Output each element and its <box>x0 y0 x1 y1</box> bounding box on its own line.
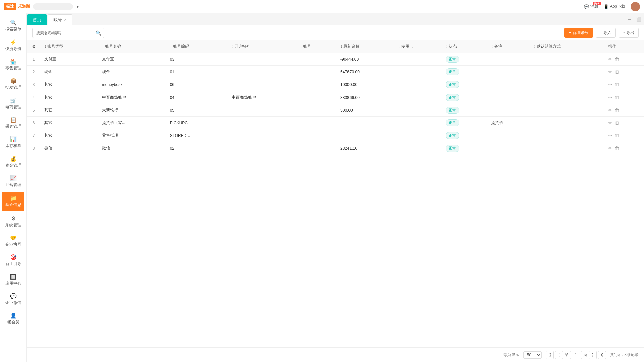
edit-icon[interactable]: ✏ <box>608 57 612 62</box>
delete-icon[interactable]: 🗑 <box>615 95 619 100</box>
search-button[interactable]: 🔍 <box>93 28 104 38</box>
row-actions: ✏ 🗑 <box>604 66 644 78</box>
edit-icon[interactable]: ✏ <box>608 120 612 125</box>
tab-close-icon[interactable]: ✕ <box>64 18 67 22</box>
app-center-icon: 🔲 <box>10 274 17 280</box>
top-bar-right: 💬 消息 99+ 📱 App下载 <box>584 2 640 11</box>
col-notes[interactable]: ↕ 备注 <box>487 40 530 53</box>
sidebar-item-new-guide[interactable]: 🎯 新手引导 <box>0 251 26 270</box>
sidebar-item-quick-nav[interactable]: ⚡ 快捷导航 <box>0 36 26 55</box>
row-account <box>296 91 336 104</box>
user-avatar[interactable] <box>631 2 640 11</box>
edit-icon[interactable]: ✏ <box>608 133 612 138</box>
sidebar-item-operations[interactable]: 📈 经营管理 <box>0 172 26 191</box>
row-bank <box>228 53 296 66</box>
col-settings[interactable]: ⚙ <box>27 40 40 53</box>
delete-icon[interactable]: 🗑 <box>615 69 619 74</box>
import-icon: ↓ <box>600 31 602 35</box>
sidebar-item-app-center[interactable]: 🔲 应用中心 <box>0 270 26 290</box>
sidebar-item-search[interactable]: 🔍 搜索菜单 <box>0 16 26 36</box>
tab-home[interactable]: 首页 <box>27 14 47 25</box>
app-download-button[interactable]: 📱 App下载 <box>604 4 625 9</box>
sidebar-item-label: 快捷导航 <box>5 46 21 52</box>
import-button[interactable]: ↓ 导入 <box>596 28 616 38</box>
sidebar-item-system[interactable]: ⚙ 系统管理 <box>0 212 26 231</box>
delete-icon[interactable]: 🗑 <box>615 108 619 113</box>
add-account-button[interactable]: + 新增账号 <box>564 28 593 38</box>
sidebar-item-enterprise-wechat[interactable]: 💬 企业微信 <box>0 290 26 309</box>
account-table: ⚙ ↕ 账号类型 ↕ 账号名称 ↕ 账号编码 ↕ 开户银行 <box>27 40 644 155</box>
row-bank <box>228 78 296 91</box>
edit-icon[interactable]: ✏ <box>608 82 612 87</box>
edit-icon[interactable]: ✏ <box>608 95 612 100</box>
row-account <box>296 104 336 117</box>
row-notes <box>487 78 530 91</box>
col-usage[interactable]: ↕ 使用... <box>394 40 442 53</box>
status-badge: 正常 <box>446 94 459 101</box>
top-search-input[interactable] <box>33 3 73 10</box>
sidebar-item-enterprise-agreement[interactable]: 🤝 企业协同 <box>0 231 26 251</box>
last-page-button[interactable]: ⟩⟩ <box>598 351 606 359</box>
row-code: 01 <box>166 66 228 78</box>
per-page-select[interactable]: 50 100 200 <box>523 351 542 359</box>
minimize-button[interactable]: ─ <box>625 16 633 23</box>
row-default-payment <box>530 78 604 91</box>
col-name[interactable]: ↕ 账号名称 <box>98 40 166 53</box>
settings-icon[interactable]: ⚙ <box>32 44 36 49</box>
row-actions: ✏ 🗑 <box>604 78 644 91</box>
row-notes <box>487 129 530 142</box>
delete-icon[interactable]: 🗑 <box>615 57 619 62</box>
sidebar-item-finance[interactable]: 💰 资金管理 <box>0 152 26 172</box>
col-code[interactable]: ↕ 账号编码 <box>166 40 228 53</box>
edit-icon[interactable]: ✏ <box>608 69 612 74</box>
row-code: 05 <box>166 104 228 117</box>
top-dropdown-icon[interactable]: ▼ <box>76 4 80 9</box>
sidebar-item-label: 基础信息 <box>5 202 21 208</box>
account-search-input[interactable] <box>33 31 93 35</box>
sidebar-item-wholesale[interactable]: 📦 批发管理 <box>0 74 26 94</box>
member-icon: 👤 <box>10 312 17 319</box>
sidebar-item-label: 资金管理 <box>5 163 21 168</box>
sidebar-item-retail[interactable]: 🏪 零售管理 <box>0 55 26 74</box>
col-balance[interactable]: ↕ 最新余额 <box>336 40 394 53</box>
status-badge: 正常 <box>446 56 459 63</box>
col-type[interactable]: ↕ 账号类型 <box>40 40 98 53</box>
message-button[interactable]: 💬 消息 99+ <box>584 4 598 9</box>
sidebar-item-basic-info[interactable]: 📁 基础信息 <box>2 192 24 211</box>
basic-info-icon: 📁 <box>10 195 17 201</box>
system-icon: ⚙ <box>11 215 16 222</box>
delete-icon[interactable]: 🗑 <box>615 133 619 138</box>
page-number-input[interactable] <box>570 351 582 359</box>
sidebar-item-member[interactable]: 👤 畅会员 <box>0 309 26 328</box>
delete-icon[interactable]: 🗑 <box>615 146 619 151</box>
table-row: 5 其它 大新银行 05 500.00 正常 ✏ 🗑 <box>27 104 644 117</box>
tab-account[interactable]: 账号 ✕ <box>48 14 72 25</box>
col-default-payment[interactable]: ↕ 默认结算方式 <box>530 40 604 53</box>
prev-page-button[interactable]: ⟨ <box>555 351 563 359</box>
edit-icon[interactable]: ✏ <box>608 146 612 151</box>
toolbar-right: + 新增账号 ↓ 导入 ↑ 导出 <box>564 28 639 38</box>
operations-icon: 📈 <box>10 175 17 181</box>
delete-icon[interactable]: 🗑 <box>615 82 619 87</box>
sidebar-item-purchase[interactable]: 📋 采购管理 <box>0 113 26 133</box>
sidebar-item-inventory[interactable]: 📊 库存核算 <box>0 133 26 152</box>
row-status: 正常 <box>442 117 487 129</box>
sidebar-item-ecommerce[interactable]: 🛒 电商管理 <box>0 94 26 113</box>
delete-icon[interactable]: 🗑 <box>615 120 619 125</box>
row-default-payment <box>530 129 604 142</box>
col-account[interactable]: ↕ 账号 <box>296 40 336 53</box>
edit-icon[interactable]: ✏ <box>608 108 612 113</box>
logo-subtitle: 乐游版 <box>18 4 30 9</box>
status-badge: 正常 <box>446 119 459 126</box>
row-type: 其它 <box>40 91 98 104</box>
next-page-button[interactable]: ⟩ <box>589 351 597 359</box>
maximize-button[interactable]: ⬜ <box>635 16 643 23</box>
export-button[interactable]: ↑ 导出 <box>619 28 639 38</box>
row-type: 微信 <box>40 142 98 155</box>
first-page-button[interactable]: ⟨⟨ <box>546 351 554 359</box>
col-bank[interactable]: ↕ 开户银行 <box>228 40 296 53</box>
col-status[interactable]: ↕ 状态 <box>442 40 487 53</box>
page-label: 第 <box>565 352 569 358</box>
row-num: 8 <box>27 142 40 155</box>
row-usage <box>394 91 442 104</box>
